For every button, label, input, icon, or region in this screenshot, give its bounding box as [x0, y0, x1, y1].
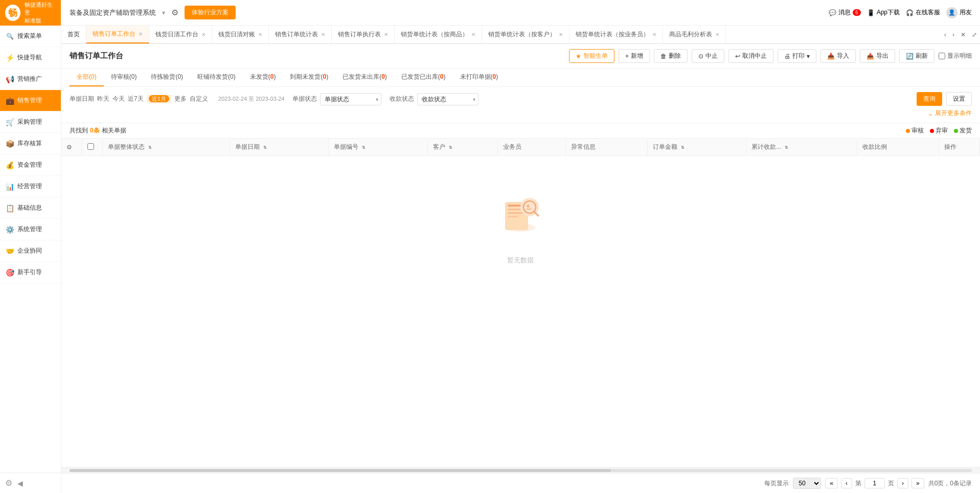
subtab-wangpu[interactable]: 旺铺待发货(0)	[190, 69, 243, 86]
stop-button[interactable]: ⊙ 中止	[692, 49, 724, 63]
sidebar-item-quicknav[interactable]: ⚡ 快捷导航	[0, 47, 61, 69]
first-page-button[interactable]: «	[825, 478, 838, 488]
gear-icon[interactable]: ⚙	[171, 8, 178, 17]
date-today[interactable]: 今天	[112, 95, 125, 103]
collapse-icon[interactable]: ◀	[17, 479, 23, 487]
subtab-not-shipped[interactable]: 未发货(0)	[243, 69, 283, 86]
settings-icon[interactable]: ⚙	[5, 478, 12, 488]
last-page-button[interactable]: »	[911, 478, 924, 488]
sort-icon[interactable]: ⇅	[362, 146, 366, 150]
sort-icon[interactable]: ⇅	[148, 146, 152, 150]
tab-sales-order[interactable]: 销售订单工作台 ✕	[86, 26, 149, 43]
date-yesterday[interactable]: 昨天	[97, 95, 109, 103]
tab-order-exec[interactable]: 销售订单执行表 ✕	[332, 26, 395, 43]
review-action[interactable]: 审核	[906, 126, 924, 135]
tab-goods-stats-product[interactable]: 销货单统计表（按商品） ✕	[395, 26, 482, 43]
filter-settings-button[interactable]: 设置	[946, 92, 972, 106]
tab-next-btn[interactable]: ›	[949, 31, 958, 38]
payment-select[interactable]: 收款状态	[417, 93, 478, 105]
sort-icon[interactable]: ⇅	[449, 146, 452, 150]
sort-icon[interactable]: ⇅	[681, 146, 685, 150]
cancel-stop-button[interactable]: ↩ 取消中止	[728, 49, 773, 63]
tab-close-icon[interactable]: ✕	[471, 32, 475, 37]
next-page-button[interactable]: ›	[897, 478, 908, 488]
scrollbar-thumb[interactable]	[70, 469, 611, 472]
tab-close-icon[interactable]: ✕	[559, 32, 563, 37]
tab-margin-analysis[interactable]: 商品毛利分析表 ✕	[663, 26, 726, 43]
ship-action[interactable]: 发货	[954, 126, 972, 135]
page-size-select[interactable]: 50 10 20 100	[793, 478, 821, 489]
subtab-shipped-not-out[interactable]: 已发货未出库(0)	[335, 69, 394, 86]
add-button[interactable]: + 新增	[619, 49, 650, 63]
status-select[interactable]: 单据状态	[320, 93, 381, 105]
print-button[interactable]: 🖨 打印 ▾	[778, 49, 816, 63]
sidebar-item-operation[interactable]: 📊 经营管理	[0, 176, 61, 197]
delete-button[interactable]: 🗑 删除	[654, 49, 688, 63]
sidebar-item-finance[interactable]: 💰 资金管理	[0, 154, 61, 176]
prev-page-button[interactable]: ‹	[841, 478, 852, 488]
refresh-button[interactable]: 🔄 刷新	[899, 49, 935, 63]
tab-close-icon[interactable]: ✕	[652, 32, 656, 37]
tab-home[interactable]: 首页	[61, 26, 86, 43]
subtab-not-printed[interactable]: 未打印单据(0)	[453, 69, 506, 86]
tab-close-icon[interactable]: ✕	[321, 32, 325, 37]
th-settings: ⚙	[61, 139, 82, 156]
sidebar-item-promo[interactable]: 📢 营销推广	[0, 69, 61, 90]
select-all-checkbox[interactable]	[87, 143, 94, 150]
sidebar-item-system[interactable]: ⚙️ 系统管理	[0, 219, 61, 240]
th-number: 单据编号 ⇅	[329, 139, 427, 156]
tab-close-icon[interactable]: ✕	[715, 32, 719, 37]
query-button[interactable]: 查询	[917, 92, 942, 106]
subtab-expired-not-shipped[interactable]: 到期未发货(0)	[283, 69, 335, 86]
expand-filter-button[interactable]: ⌄ 展开更多条件	[928, 109, 972, 118]
tab-goods-stats-staff[interactable]: 销货单统计表（按业务员） ✕	[569, 26, 663, 43]
tab-prev-btn[interactable]: ‹	[941, 31, 949, 38]
page-number-input[interactable]	[864, 478, 885, 488]
sort-icon[interactable]: ⇅	[785, 146, 788, 150]
tab-cash-reconcile[interactable]: 钱货日清对账 ✕	[212, 26, 269, 43]
sidebar-item-basic[interactable]: 📋 基础信息	[0, 197, 61, 219]
sidebar-item-label: 快捷导航	[17, 53, 42, 62]
system-dropdown-icon[interactable]: ▾	[162, 9, 165, 16]
tab-goods-stats-customer[interactable]: 销货单统计表（按客户） ✕	[482, 26, 569, 43]
date-more[interactable]: 更多	[174, 95, 187, 103]
cancel-review-action[interactable]: 弃审	[930, 126, 948, 135]
tab-cash-daily[interactable]: 钱货日清工作台 ✕	[149, 26, 212, 43]
sidebar-item-purchase[interactable]: 🛒 采购管理	[0, 111, 61, 133]
date-1month[interactable]: 近1月	[147, 95, 171, 103]
sidebar-item-newbie[interactable]: 🎯 新手引导	[0, 262, 61, 283]
user-action[interactable]: 👤 用友	[946, 7, 972, 18]
subtab-all[interactable]: 全部(0)	[70, 69, 104, 86]
stop-icon: ⊙	[698, 53, 703, 60]
sort-icon[interactable]: ⇅	[263, 146, 267, 150]
solution-button[interactable]: 体验行业方案	[185, 6, 236, 19]
smart-create-button[interactable]: ★ 智能生单	[569, 49, 614, 63]
message-action[interactable]: 💬 消息 6	[829, 8, 861, 17]
date-7days[interactable]: 近7天	[128, 95, 144, 103]
import-button[interactable]: 📥 导入	[821, 49, 856, 63]
tab-maximize-btn[interactable]: ⤢	[969, 31, 980, 38]
subtab-pending-check[interactable]: 待拣验货(0)	[144, 69, 190, 86]
sidebar-item-collab[interactable]: 🤝 企业协同	[0, 240, 61, 262]
sidebar-item-inventory[interactable]: 📦 库存核算	[0, 133, 61, 154]
subtab-pending-review[interactable]: 待审核(0)	[104, 69, 144, 86]
th-status: 单据整体状态 ⇅	[102, 139, 230, 156]
tab-close-icon[interactable]: ✕	[384, 32, 388, 37]
show-detail-checkbox[interactable]: 显示明细	[939, 52, 972, 60]
online-service-action[interactable]: 🎧 在线客服	[906, 8, 940, 17]
tab-order-stats[interactable]: 销售订单统计表 ✕	[269, 26, 332, 43]
sidebar-item-search[interactable]: 🔍 搜索菜单	[0, 26, 61, 47]
sidebar-item-sales[interactable]: 💼 销售管理	[0, 90, 61, 111]
svg-rect-5	[508, 216, 518, 217]
tab-close-icon[interactable]: ✕	[258, 32, 262, 37]
export-button[interactable]: 📤 导出	[860, 49, 895, 63]
tab-close-icon[interactable]: ✕	[201, 32, 206, 37]
tab-close-all-btn[interactable]: ✕	[958, 31, 969, 38]
tab-close-icon[interactable]: ✕	[139, 31, 143, 37]
show-detail-input[interactable]	[939, 53, 945, 59]
date-custom[interactable]: 自定义	[190, 95, 208, 103]
horizontal-scrollbar[interactable]	[61, 467, 980, 473]
settings-icon[interactable]: ⚙	[66, 144, 72, 151]
subtab-shipped-out[interactable]: 已发货已出库(0)	[394, 69, 453, 86]
app-download-action[interactable]: 📱 App下载	[867, 8, 900, 17]
